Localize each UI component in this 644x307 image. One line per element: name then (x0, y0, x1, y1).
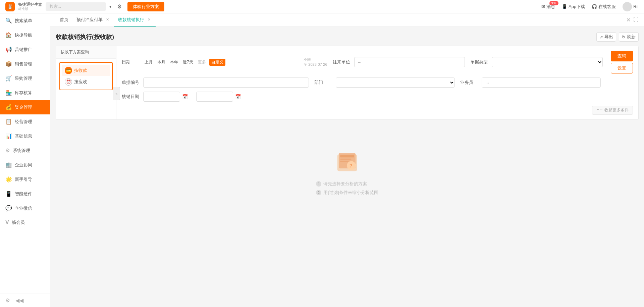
sidebar-item-smart-hardware[interactable]: 📱 智能硬件 (0, 187, 50, 201)
sidebar-item-capital-mgmt[interactable]: 💰 资金管理 (0, 100, 50, 114)
beginner-icon: 🌟 (5, 176, 12, 183)
inventory-icon: 🏪 (5, 90, 12, 96)
app-download-btn[interactable]: 📱 App下载 (562, 4, 585, 10)
receipt-option-icon: 💳 (65, 67, 72, 74)
calendar-end-icon[interactable]: 📅 (235, 94, 241, 99)
enterprise-icon: 🏢 (5, 162, 12, 168)
export-icon: ↗ (599, 35, 603, 40)
filter-collapse-row: ⌃⌃ 收起更多条件 (122, 106, 633, 115)
filter-option-by-receipt[interactable]: 💳 按收款 (62, 65, 110, 76)
svg-text:?: ? (350, 163, 352, 168)
partner-input[interactable] (354, 57, 465, 67)
tab-close-all-icon[interactable]: ✕ (626, 17, 631, 23)
brand-sub: 标准版 (18, 7, 42, 11)
tab-close-receipt[interactable]: ✕ (146, 17, 152, 22)
date-shortcut-this-month[interactable]: 本月 (156, 59, 167, 66)
filter-collapse-btn[interactable]: « (113, 87, 120, 100)
dept-field: 部门 (314, 78, 455, 88)
sidebar-item-purchase-mgmt[interactable]: 🛒 采购管理 (0, 71, 50, 86)
settings-btn[interactable]: 设置 (611, 63, 633, 73)
date-shortcut-custom[interactable]: 自定义 (209, 59, 225, 66)
partner-label: 往来单位 (333, 59, 352, 65)
refresh-btn[interactable]: ↻ 刷新 (619, 32, 639, 42)
filter-left-body: 💳 按收款 ⏰ 按应收 (56, 59, 116, 94)
collapse-sidebar-icon[interactable]: ◀◀ (15, 297, 23, 304)
date-shortcut-more[interactable]: 更多 (197, 59, 207, 66)
phone-icon: 📱 (562, 4, 567, 9)
staff-input[interactable] (482, 78, 601, 88)
sidebar-item-enterprise-coop[interactable]: 🏢 企业协同 (0, 158, 50, 172)
sidebar-item-vip[interactable]: V 畅会员 (0, 215, 50, 229)
sales-icon: 📦 (5, 61, 12, 67)
filter-right: 日期 上月 本月 本年 近7天 更多 自定义 (116, 46, 638, 119)
sidebar-item-search-menu[interactable]: 🔍 搜索菜单 (0, 13, 50, 28)
date-label: 日期 (122, 59, 141, 65)
sidebar-item-marketing[interactable]: 📢 营销推广 (0, 42, 50, 57)
query-btn[interactable]: 查询 (611, 51, 633, 61)
action-btns: 查询 设置 (611, 51, 633, 73)
offset-date-label: 核销日期 (122, 94, 141, 100)
tab-maximize-icon[interactable]: ⛶ (633, 17, 639, 23)
user-area[interactable]: Rit (623, 2, 639, 11)
hardware-icon: 📱 (5, 191, 12, 197)
sidebar-item-sys-mgmt[interactable]: ⚙ 系统管理 (0, 143, 50, 158)
header-right: ✉ 消息 99+ 📱 App下载 🎧 在线客服 Rit (541, 2, 639, 11)
username: Rit (633, 4, 639, 9)
ops-icon: 📋 (5, 118, 12, 125)
capital-icon: 💰 (5, 104, 12, 110)
doc-type-select[interactable] (492, 57, 603, 67)
sidebar-item-beginner[interactable]: 🌟 新手引导 (0, 172, 50, 187)
settings-bottom-icon[interactable]: ⚙ (5, 297, 10, 304)
offset-date-start[interactable]: 2023-03-01 (143, 92, 180, 102)
tab-bar: 首页 预付冲应付单 ✕ 收款核销执行 ✕ ✕ ⛶ (50, 13, 644, 27)
filter-option-by-receivable[interactable]: ⏰ 按应收 (62, 76, 110, 88)
empty-hint-1: 1 请先选择要分析的方案 (316, 181, 378, 187)
svg-rect-4 (340, 161, 348, 162)
doc-num-input[interactable] (143, 78, 309, 88)
sidebar-item-sales-mgmt[interactable]: 📦 销售管理 (0, 57, 50, 71)
sidebar-item-ops-mgmt[interactable]: 📋 经营管理 (0, 114, 50, 129)
sidebar-item-inventory[interactable]: 🏪 库存核算 (0, 86, 50, 100)
filter-left: 按以下方案查询 💳 按收款 (56, 46, 116, 119)
tab-close-prepay[interactable]: ✕ (105, 17, 110, 22)
tab-prepay-offset[interactable]: 预付冲应付单 ✕ (72, 13, 114, 27)
message-btn[interactable]: ✉ 消息 99+ (541, 4, 555, 10)
empty-state: ? 1 请先选择要分析的方案 2 用[过滤]条件来缩小分析范围 (56, 120, 639, 220)
date-shortcut-last-month[interactable]: 上月 (143, 59, 154, 66)
doc-type-label: 单据类型 (470, 59, 489, 65)
header-dropdown-btn[interactable]: ▾ (109, 4, 111, 9)
sidebar-item-basic-info[interactable]: 📊 基础信息 (0, 129, 50, 143)
date-shortcuts-group: 上月 本月 本年 近7天 更多 自定义 (143, 59, 225, 66)
export-btn[interactable]: ↗ 导出 (596, 32, 616, 42)
purchase-icon: 🛒 (5, 75, 12, 82)
online-service-btn[interactable]: 🎧 在线客服 (592, 4, 616, 10)
tab-home[interactable]: 首页 (56, 13, 72, 27)
header-settings-icon[interactable]: ⚙ (115, 2, 124, 11)
collapse-more-btn[interactable]: ⌃⌃ 收起更多条件 (592, 106, 633, 115)
header-search-area[interactable]: 搜索... (46, 2, 106, 11)
marketing-icon: 📢 (5, 46, 12, 53)
sidebar-item-quick-nav[interactable]: 🏠 快捷导航 (0, 28, 50, 42)
empty-hints: 1 请先选择要分析的方案 2 用[过滤]条件来缩小分析范围 (316, 181, 378, 196)
dept-select[interactable] (336, 78, 455, 88)
calendar-start-icon[interactable]: 📅 (182, 94, 188, 99)
date-shortcut-this-year[interactable]: 本年 (169, 59, 179, 66)
filter-query-box: 💳 按收款 ⏰ 按应收 (59, 62, 113, 90)
date-field: 日期 上月 本月 本年 近7天 更多 自定义 (122, 59, 298, 66)
filter-row-3: 核销日期 2023-03-01 📅 — 2023-07-21 📅 (122, 92, 633, 102)
message-badge: 99+ (549, 1, 558, 5)
tab-receipt-offset[interactable]: 收款核销执行 ✕ (114, 13, 156, 27)
receivable-option-icon: ⏰ (65, 78, 72, 86)
date-nolimit-hint: 不限 至 2023-07-26 (304, 57, 327, 67)
staff-field: 业务员 (460, 78, 601, 88)
wechat-icon: 💬 (5, 205, 12, 211)
search-icon: 🔍 (5, 17, 12, 24)
date-shortcut-7days[interactable]: 近7天 (181, 59, 195, 66)
sidebar-item-enterprise-wechat[interactable]: 💬 企业微信 (0, 201, 50, 215)
page-header-actions: ↗ 导出 ↻ 刷新 (596, 32, 639, 42)
industry-btn[interactable]: 体验行业方案 (127, 2, 164, 11)
tab-bar-right: ✕ ⛶ (626, 17, 639, 23)
avatar (623, 2, 632, 11)
message-icon: ✉ (541, 4, 545, 9)
offset-date-end[interactable]: 2023-07-21 (196, 92, 233, 102)
